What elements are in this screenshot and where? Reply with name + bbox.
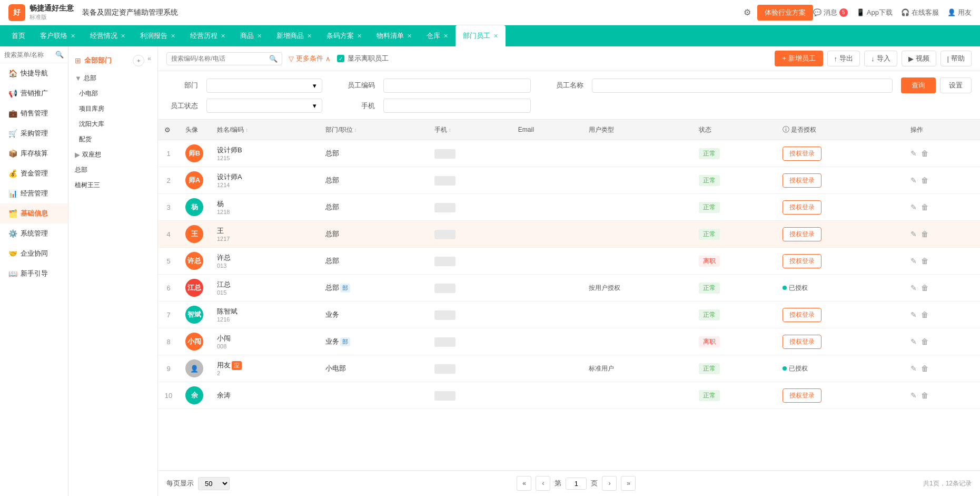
gear-icon[interactable]: ⚙ (744, 7, 751, 17)
delete-icon[interactable]: 🗑 (921, 176, 928, 184)
delete-icon[interactable]: 🗑 (921, 149, 928, 158)
query-button[interactable]: 查询 (901, 77, 936, 93)
cell-auth[interactable]: 授权登录 (776, 140, 904, 167)
cell-auth[interactable]: 授权登录 (776, 382, 904, 409)
prev-page-btn[interactable]: ‹ (536, 476, 550, 491)
close-icon[interactable]: ✕ (443, 33, 448, 40)
nav-item-home[interactable]: 首页 (4, 25, 33, 46)
dept-collapse-btn[interactable]: « (147, 55, 151, 66)
nav-item-warehouse[interactable]: 仓库✕ (419, 25, 456, 46)
sidebar-item-marketing[interactable]: 📢营销推广 (0, 83, 68, 103)
app-download-button[interactable]: 📱 App下载 (856, 8, 893, 17)
emp-name-input[interactable] (592, 79, 893, 93)
cell-auth[interactable]: 授权登录 (776, 248, 904, 275)
th-name-code[interactable]: 姓名/编码 (211, 120, 319, 140)
message-button[interactable]: 💬 消息 5 (813, 8, 848, 17)
auth-button[interactable]: 授权登录 (783, 173, 821, 188)
close-icon[interactable]: ✕ (121, 33, 125, 40)
close-icon[interactable]: ✕ (171, 33, 175, 40)
th-settings[interactable]: ⚙ (158, 120, 179, 140)
current-page-input[interactable] (566, 478, 587, 490)
delete-icon[interactable]: 🗑 (921, 203, 928, 211)
th-mobile[interactable]: 手机 (428, 120, 512, 140)
dept-node-zongbu[interactable]: 总部 (68, 162, 157, 178)
dept-select[interactable]: ▾ (206, 79, 322, 93)
close-icon[interactable]: ✕ (257, 33, 262, 40)
add-employee-button[interactable]: + 新增员工 (775, 51, 823, 66)
next-page-btn[interactable]: › (602, 476, 617, 491)
cell-auth[interactable]: 授权登录 (776, 302, 904, 328)
show-resigned-checkbox[interactable]: ✓ (337, 55, 344, 62)
user-button[interactable]: 👤 用友 (947, 8, 972, 17)
cell-auth[interactable]: 已授权 (776, 355, 904, 382)
th-dept-position[interactable]: 部门/职位 (319, 120, 428, 140)
close-icon[interactable]: ✕ (71, 33, 75, 40)
sidebar-item-finance[interactable]: 💰资金管理 (0, 163, 68, 183)
dept-node-xiaodianbu[interactable]: 小电部 (68, 86, 157, 101)
sidebar-item-system[interactable]: ⚙️系统管理 (0, 223, 68, 244)
sidebar-item-inventory[interactable]: 📦库存核算 (0, 143, 68, 163)
close-icon[interactable]: ✕ (407, 33, 412, 40)
phone-input[interactable] (383, 99, 531, 113)
sidebar-item-sales[interactable]: 💼销售管理 (0, 103, 68, 123)
auth-button[interactable]: 授权登录 (783, 227, 821, 241)
edit-icon[interactable]: ✎ (910, 364, 917, 373)
close-icon[interactable]: ✕ (307, 33, 312, 40)
close-icon[interactable]: ✕ (493, 33, 498, 40)
cell-auth[interactable]: 授权登录 (776, 194, 904, 221)
sidebar-item-guide[interactable]: 📖新手引导 (0, 264, 68, 284)
sidebar-item-operations[interactable]: 📊经营管理 (0, 183, 68, 203)
dept-node-shuangzuoxiang[interactable]: ▶ 双座想 (68, 147, 157, 162)
delete-icon[interactable]: 🗑 (921, 310, 928, 319)
set-button[interactable]: 设置 (940, 77, 972, 93)
edit-icon[interactable]: ✎ (910, 149, 917, 158)
dept-add-icon[interactable]: + (133, 55, 144, 66)
delete-icon[interactable]: 🗑 (921, 364, 928, 373)
status-select[interactable]: ▾ (206, 99, 322, 113)
edit-icon[interactable]: ✎ (910, 337, 917, 346)
sidebar-item-purchase[interactable]: 🛒采购管理 (0, 123, 68, 143)
sidebar-search-input[interactable] (4, 51, 52, 59)
edit-icon[interactable]: ✎ (910, 176, 917, 184)
edit-icon[interactable]: ✎ (910, 310, 917, 319)
cell-auth[interactable]: 授权登录 (776, 167, 904, 194)
sidebar-item-basic-info[interactable]: 🗂️基础信息 (0, 203, 68, 223)
cell-auth[interactable]: 授权登录 (776, 221, 904, 248)
trial-button[interactable]: 体验行业方案 (757, 5, 813, 21)
video-button[interactable]: ▶ 视频 (902, 51, 936, 66)
emp-code-input[interactable] (383, 79, 531, 93)
auth-button[interactable]: 授权登录 (783, 254, 821, 268)
dept-node-peihuo[interactable]: 配货 (68, 132, 157, 147)
nav-item-bom[interactable]: 物料清单✕ (369, 25, 419, 46)
first-page-btn[interactable]: « (517, 476, 531, 491)
dept-node-xiangmukufang[interactable]: 项目库房 (68, 101, 157, 116)
dept-node-zongbu-parent[interactable]: ▼ 总部 (68, 71, 157, 86)
cell-auth[interactable]: 已授权 (776, 275, 904, 302)
dept-node-shenyang[interactable]: 沈阳大库 (68, 116, 157, 132)
auth-button[interactable]: 授权登录 (783, 308, 821, 322)
show-resigned-toggle[interactable]: ✓ 显示离职员工 (337, 54, 389, 63)
close-icon[interactable]: ✕ (221, 33, 225, 40)
edit-icon[interactable]: ✎ (910, 391, 917, 400)
help-button[interactable]: | 帮助 (941, 51, 972, 66)
auth-button[interactable]: 授权登录 (783, 335, 821, 349)
delete-icon[interactable]: 🗑 (921, 337, 928, 346)
delete-icon[interactable]: 🗑 (921, 391, 928, 400)
nav-item-new-product[interactable]: 新增商品✕ (269, 25, 319, 46)
delete-icon[interactable]: 🗑 (921, 284, 928, 292)
online-service-button[interactable]: 🎧 在线客服 (901, 8, 939, 17)
edit-icon[interactable]: ✎ (910, 230, 917, 238)
dept-node-zhishuwangsan[interactable]: 植树王三 (68, 178, 157, 193)
nav-item-profit[interactable]: 利润报告✕ (133, 25, 183, 46)
auth-button[interactable]: 授权登录 (783, 200, 821, 215)
export-button[interactable]: ↑ 导出 (827, 51, 860, 66)
edit-icon[interactable]: ✎ (910, 203, 917, 211)
edit-icon[interactable]: ✎ (910, 257, 917, 265)
delete-icon[interactable]: 🗑 (921, 257, 928, 265)
auth-button[interactable]: 授权登录 (783, 147, 821, 161)
nav-item-customer[interactable]: 客户联络✕ (33, 25, 83, 46)
nav-item-dept-employee[interactable]: 部门员工✕ (456, 25, 506, 46)
search-input[interactable] (171, 55, 266, 62)
nav-item-history[interactable]: 经营历程✕ (183, 25, 233, 46)
more-conditions-button[interactable]: ▽ 更多条件 ∧ (289, 54, 331, 63)
